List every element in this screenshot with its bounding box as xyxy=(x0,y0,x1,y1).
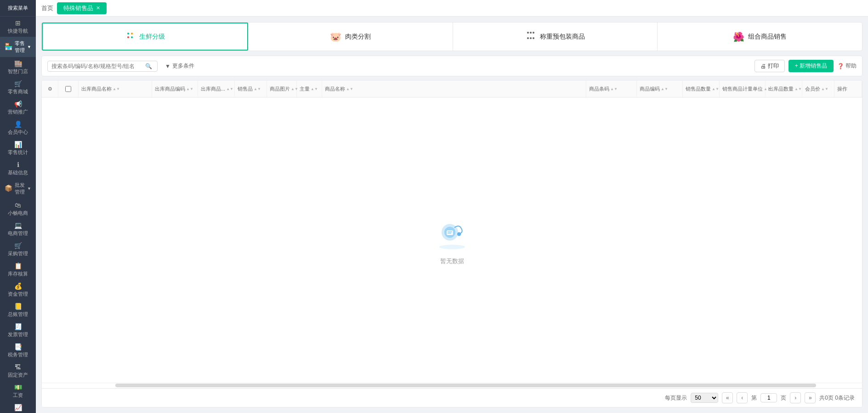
fresh-grade-icon xyxy=(125,30,136,43)
sort-arrows[interactable]: ▲▼ xyxy=(113,87,120,91)
sidebar-item-quick-nav[interactable]: ⊞ 快捷导航 xyxy=(0,17,36,37)
filter-button[interactable]: ▼ 更多条件 xyxy=(161,60,198,72)
cat-tab-fresh-grade[interactable]: 生鲜分级 xyxy=(42,23,248,51)
sort-arrows[interactable]: ▲▼ xyxy=(346,87,353,91)
sidebar-item-wholesale-mgmt[interactable]: 📦 批发管理 ▼ xyxy=(0,178,36,199)
per-page-select[interactable]: 50 10 20 100 xyxy=(691,393,718,403)
page-suffix-label: 页 xyxy=(781,394,786,402)
empty-text: 暂无数据 xyxy=(440,257,464,265)
th-label: 出库商品名称 xyxy=(81,86,112,92)
th-goods-code: 商品编码 ▲▼ xyxy=(637,80,683,97)
cat-tab-combo[interactable]: 🌺 组合商品销售 xyxy=(658,23,862,51)
sidebar-item-label: 总账管理 xyxy=(8,311,28,318)
sidebar-item-basic-info[interactable]: ℹ 基础信息 xyxy=(0,158,36,178)
ops-mgmt-icon: 📈 xyxy=(14,404,22,411)
svg-point-2 xyxy=(127,36,129,38)
page-prev-button[interactable]: ‹ xyxy=(737,392,748,403)
th-label: 商品图片 xyxy=(270,86,290,92)
print-icon: 🖨 xyxy=(760,63,766,69)
th-label: 主量 xyxy=(300,86,310,92)
active-tab[interactable]: 特殊销售品 ✕ xyxy=(57,2,107,14)
sidebar-item-label: 会员中心 xyxy=(8,129,28,136)
quick-nav-icon: ⊞ xyxy=(15,19,21,27)
th-out-goods-name: 出库商品名称 ▲▼ xyxy=(79,80,152,97)
per-page-label: 每页显示 xyxy=(665,394,687,402)
sidebar-item-invoice-mgmt[interactable]: 🧾 发票管理 xyxy=(0,320,36,340)
print-button[interactable]: 🖨 打印 xyxy=(755,60,785,72)
search-box[interactable]: 🔍 xyxy=(47,61,158,72)
sidebar-item-sales-promo[interactable]: 📢 营销推广 xyxy=(0,98,36,118)
sidebar-item-label: 税务管理 xyxy=(8,351,28,358)
sidebar-item-label: 基础信息 xyxy=(8,169,28,176)
search-icon: 🔍 xyxy=(145,63,152,69)
sort-arrows[interactable]: ▲▼ xyxy=(226,87,233,91)
sidebar-item-label: 固定资产 xyxy=(8,372,28,379)
sidebar-item-fixed-assets[interactable]: 🏗 固定资产 xyxy=(0,361,36,381)
filter-label: 更多条件 xyxy=(172,62,194,70)
th-out-goods-code: 出库商品编码 ▲▼ xyxy=(152,80,198,97)
sort-arrows[interactable]: ▲▼ xyxy=(794,87,802,91)
th-label: 商品编码 xyxy=(640,86,660,92)
sort-arrows[interactable]: ▲▼ xyxy=(712,87,719,91)
sort-arrows[interactable]: ▲▼ xyxy=(661,87,668,91)
sidebar-item-smart-store[interactable]: 🏬 智慧门店 xyxy=(0,57,36,77)
sidebar-logo-text: 搜索菜单 xyxy=(8,5,28,11)
tax-mgmt-icon: 📑 xyxy=(14,343,22,350)
svg-point-13 xyxy=(457,232,461,236)
sidebar-item-tax-mgmt[interactable]: 📑 税务管理 xyxy=(0,340,36,361)
cat-tab-meat-cut[interactable]: 🐷 肉类分割 xyxy=(248,23,453,51)
fixed-assets-icon: 🏗 xyxy=(15,363,21,371)
sort-arrows[interactable]: ▲▼ xyxy=(311,87,318,91)
th-check[interactable] xyxy=(58,80,79,97)
th-member-price: 会员价 ▲▼ xyxy=(802,80,834,97)
sort-arrows[interactable]: ▲▼ xyxy=(821,87,828,91)
search-input[interactable] xyxy=(51,63,143,69)
th-label: 商品条码 xyxy=(589,86,609,92)
add-button[interactable]: + 新增销售品 xyxy=(789,60,834,72)
cat-tab-weighed-pkg[interactable]: 称重预包装商品 xyxy=(453,23,658,51)
basic-info-icon: ℹ xyxy=(17,161,19,168)
th-label: 会员价 xyxy=(805,86,820,92)
sort-arrows[interactable]: ▲▼ xyxy=(610,87,618,91)
sidebar-item-inventory[interactable]: 📋 库存核算 xyxy=(0,259,36,280)
breadcrumb-home[interactable]: 首页 xyxy=(41,4,53,12)
invoice-mgmt-icon: 🧾 xyxy=(14,323,22,330)
inventory-icon: 📋 xyxy=(14,262,22,270)
sidebar-item-ops-mgmt[interactable]: 📈 经营管理 xyxy=(0,401,36,413)
page-first-button[interactable]: « xyxy=(722,392,733,403)
toolbar: 🔍 ▼ 更多条件 🖨 打印 + 新增销售品 ❓ 帮助 xyxy=(41,56,862,76)
sidebar-item-label: 库存核算 xyxy=(8,270,28,277)
sidebar-item-retail-mall[interactable]: 🛒 零售商城 xyxy=(0,77,36,98)
sidebar-logo[interactable]: 搜索菜单 xyxy=(0,0,36,17)
select-all-checkbox[interactable] xyxy=(65,86,71,92)
sidebar-item-member-center[interactable]: 👤 会员中心 xyxy=(0,118,36,138)
sort-arrows[interactable]: ▲▼ xyxy=(186,87,193,91)
sidebar-item-finance-mgmt[interactable]: 💰 资金管理 xyxy=(0,280,36,300)
page-next-button[interactable]: › xyxy=(790,392,801,403)
sidebar-item-mini-ecom[interactable]: 🛍 小畅电商 xyxy=(0,199,36,219)
th-label: 销售商品计量单位 xyxy=(722,86,763,92)
sidebar-item-purchase-mgmt[interactable]: 🛒 采购管理 xyxy=(0,239,36,259)
sidebar: 搜索菜单 ⊞ 快捷导航 🏪 零售管理 ▼ 🏬 智慧门店 🛒 零售商城 📢 营销推… xyxy=(0,0,36,413)
table-body: 暂无数据 xyxy=(42,98,862,383)
svg-point-3 xyxy=(131,36,133,38)
th-out-goods-x: 出库商品... ▲▼ xyxy=(198,80,235,97)
sidebar-item-ledger-mgmt[interactable]: 📒 总账管理 xyxy=(0,300,36,320)
chevron-down-icon: ▼ xyxy=(27,45,31,49)
th-label: 商品名称 xyxy=(325,86,345,92)
close-tab-icon[interactable]: ✕ xyxy=(96,5,100,11)
th-label: 出库商品编码 xyxy=(155,86,185,92)
help-button[interactable]: ❓ 帮助 xyxy=(837,62,857,70)
sidebar-item-ecom-mgmt[interactable]: 💻 电商管理 xyxy=(0,219,36,239)
svg-point-0 xyxy=(127,33,129,34)
th-settings[interactable]: ⚙ xyxy=(42,80,58,97)
page-number-input[interactable] xyxy=(760,393,777,402)
page-last-button[interactable]: » xyxy=(805,392,816,403)
sidebar-item-retail-stats[interactable]: 📊 零售统计 xyxy=(0,138,36,158)
retail-mgmt-icon: 🏪 xyxy=(5,43,12,50)
sort-arrows[interactable]: ▲▼ xyxy=(254,87,261,91)
sidebar-item-retail-mgmt[interactable]: 🏪 零售管理 ▼ xyxy=(0,37,36,57)
sidebar-item-wages[interactable]: 💵 工资 xyxy=(0,381,36,401)
add-label: + 新增销售品 xyxy=(795,62,827,70)
scroll-track[interactable] xyxy=(115,384,816,387)
